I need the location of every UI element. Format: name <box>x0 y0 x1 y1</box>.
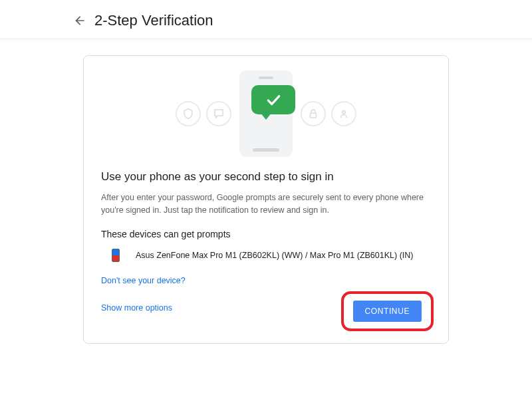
devices-heading: These devices can get prompts <box>101 229 431 239</box>
checkmark-bubble-icon <box>251 85 295 114</box>
continue-highlight: Continue <box>341 291 434 331</box>
svg-rect-0 <box>311 113 317 118</box>
device-name: Asus ZenFone Max Pro M1 (ZB602KL) (WW) /… <box>136 251 413 260</box>
device-row: Asus ZenFone Max Pro M1 (ZB602KL) (WW) /… <box>101 249 431 262</box>
continue-button[interactable]: Continue <box>353 301 422 322</box>
page-title: 2-Step Verification <box>94 12 213 29</box>
shield-icon <box>176 101 201 126</box>
person-icon <box>331 101 356 126</box>
speech-icon <box>206 101 231 126</box>
card-description: After you enter your password, Google pr… <box>101 192 431 217</box>
page-header: 2-Step Verification <box>0 0 532 39</box>
show-more-options-link[interactable]: Show more options <box>101 303 172 313</box>
phone-illustration <box>239 70 293 157</box>
svg-point-1 <box>342 111 346 114</box>
no-device-link[interactable]: Don't see your device? <box>101 276 186 285</box>
back-arrow-icon[interactable] <box>73 14 86 27</box>
card-heading: Use your phone as your second step to si… <box>101 170 431 184</box>
main-card: Use your phone as your second step to si… <box>83 55 449 344</box>
phone-device-icon <box>112 249 120 262</box>
lock-icon <box>301 101 326 126</box>
step-illustration <box>101 70 431 157</box>
